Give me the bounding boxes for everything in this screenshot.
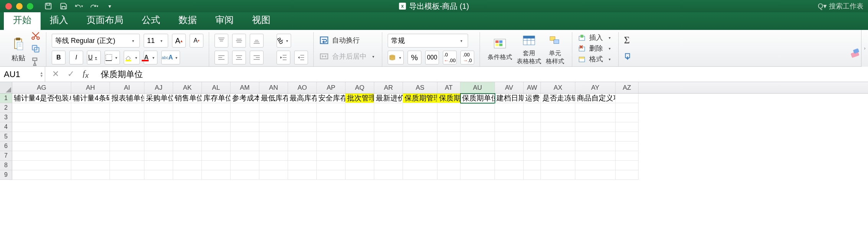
cell-AK7[interactable] [173, 151, 202, 161]
namebox-stepper[interactable]: ▲▼ [40, 71, 43, 77]
cell-AO3[interactable] [288, 113, 317, 122]
column-header-AP[interactable]: AP [317, 82, 346, 93]
cell-AW2[interactable] [524, 103, 541, 113]
cell-AK3[interactable] [173, 113, 202, 122]
tab-页面布局[interactable]: 页面布局 [77, 11, 133, 30]
cell-AV8[interactable] [495, 161, 524, 170]
cell-AR2[interactable] [374, 103, 403, 113]
font-size-select[interactable]: 11▾ [144, 34, 168, 48]
cell-AU1[interactable]: 保质期单位 [460, 94, 495, 103]
cell-AO7[interactable] [288, 151, 317, 161]
tab-公式[interactable]: 公式 [133, 11, 169, 30]
cell-AG7[interactable] [12, 151, 71, 161]
comma-button[interactable]: 000 [425, 51, 439, 64]
cell-AR7[interactable] [374, 151, 403, 161]
cell-AK4[interactable] [173, 122, 202, 132]
cell-AN6[interactable] [259, 142, 288, 151]
cell-AO8[interactable] [288, 161, 317, 170]
row-header-7[interactable]: 7 [0, 151, 12, 161]
cell-AG8[interactable] [12, 161, 71, 170]
column-header-AI[interactable]: AI [110, 82, 144, 93]
cell-AV2[interactable] [495, 103, 524, 113]
cell-AX4[interactable] [541, 122, 575, 132]
cell-AT5[interactable] [437, 132, 460, 142]
cell-AY5[interactable] [575, 132, 616, 142]
cell-AZ7[interactable] [616, 151, 639, 161]
cell-AW1[interactable]: 运费 [524, 94, 541, 103]
cell-AY4[interactable] [575, 122, 616, 132]
cell-AJ6[interactable] [144, 142, 173, 151]
cell-AS6[interactable] [403, 142, 437, 151]
cell-AN5[interactable] [259, 132, 288, 142]
column-header-AG[interactable]: AG [12, 82, 71, 93]
cell-AY2[interactable] [575, 103, 616, 113]
column-header-AO[interactable]: AO [288, 82, 317, 93]
cell-AO6[interactable] [288, 142, 317, 151]
cell-AK8[interactable] [173, 161, 202, 170]
align-left-button[interactable] [215, 51, 228, 64]
cell-AZ8[interactable] [616, 161, 639, 170]
cell-AW3[interactable] [524, 113, 541, 122]
cell-AV4[interactable] [495, 122, 524, 132]
cell-AI2[interactable] [110, 103, 144, 113]
cell-AO4[interactable] [288, 122, 317, 132]
merge-center-button[interactable]: 合并后居中 ▾ [319, 48, 377, 64]
cell-AQ2[interactable] [346, 103, 374, 113]
close-window-button[interactable] [5, 3, 12, 10]
cell-AQ9[interactable] [346, 170, 374, 180]
cell-AZ3[interactable] [616, 113, 639, 122]
column-header-AL[interactable]: AL [202, 82, 231, 93]
cell-AS3[interactable] [403, 113, 437, 122]
cell-AQ7[interactable] [346, 151, 374, 161]
cell-AI9[interactable] [110, 170, 144, 180]
decrease-font-button[interactable]: A▾ [190, 34, 203, 48]
column-header-AV[interactable]: AV [495, 82, 524, 93]
row-header-5[interactable]: 5 [0, 132, 12, 142]
cell-AJ9[interactable] [144, 170, 173, 180]
cell-AU2[interactable] [460, 103, 495, 113]
cell-AK1[interactable]: 销售单位 [173, 94, 202, 103]
font-name-select[interactable]: 等线 Regular (正文)▾ [52, 34, 140, 48]
column-header-AH[interactable]: AH [71, 82, 110, 93]
column-header-AN[interactable]: AN [259, 82, 288, 93]
formula-input[interactable]: 保质期单位 [95, 69, 868, 80]
tab-视图[interactable]: 视图 [243, 11, 280, 30]
phonetic-button[interactable]: abcA▾ [161, 51, 180, 64]
cell-AJ8[interactable] [144, 161, 173, 170]
format-as-table-button[interactable]: 套用 表格格式 [514, 33, 544, 66]
align-right-button[interactable] [250, 51, 264, 64]
column-header-AU[interactable]: AU [460, 82, 495, 93]
cell-AH9[interactable] [71, 170, 110, 180]
cell-styles-button[interactable]: 单元 格样式 [544, 33, 567, 66]
insert-cells-button[interactable]: 插入▾ [578, 32, 613, 43]
cell-AZ2[interactable] [616, 103, 639, 113]
cut-icon[interactable] [31, 31, 41, 42]
cell-AU7[interactable] [460, 151, 495, 161]
cell-AP6[interactable] [317, 142, 346, 151]
cell-AQ3[interactable] [346, 113, 374, 122]
column-header-AW[interactable]: AW [524, 82, 541, 93]
align-middle-button[interactable] [232, 34, 246, 48]
cell-AJ7[interactable] [144, 151, 173, 161]
orientation-button[interactable]: ab▾ [277, 34, 291, 48]
row-header-9[interactable]: 9 [0, 170, 12, 180]
sheet-search[interactable]: Q▾ 搜索工作表 [818, 2, 863, 11]
cell-AY7[interactable] [575, 151, 616, 161]
cell-AQ1[interactable]: 批次管理 [346, 94, 374, 103]
cell-AP1[interactable]: 安全库存 [317, 94, 346, 103]
underline-button[interactable]: U▾ [87, 51, 101, 64]
cell-AR8[interactable] [374, 161, 403, 170]
cell-AP8[interactable] [317, 161, 346, 170]
accept-formula-icon[interactable]: ✓ [67, 69, 74, 79]
cell-AV3[interactable] [495, 113, 524, 122]
cell-AS1[interactable]: 保质期管理 [403, 94, 437, 103]
cell-AZ5[interactable] [616, 132, 639, 142]
align-center-button[interactable] [232, 51, 246, 64]
cell-AP9[interactable] [317, 170, 346, 180]
cell-AN2[interactable] [259, 103, 288, 113]
cell-AP3[interactable] [317, 113, 346, 122]
decrease-indent-button[interactable] [277, 51, 290, 64]
cell-AY3[interactable] [575, 113, 616, 122]
column-header-AJ[interactable]: AJ [144, 82, 173, 93]
row-header-6[interactable]: 6 [0, 142, 12, 151]
